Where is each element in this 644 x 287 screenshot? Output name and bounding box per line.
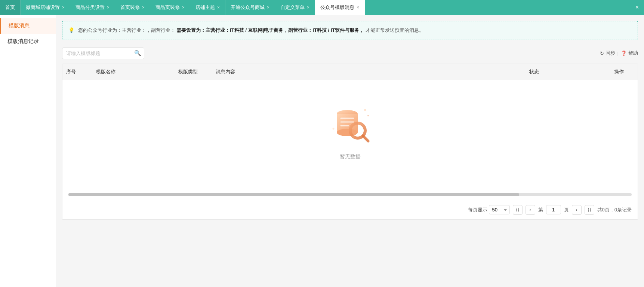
empty-state: 暂无数据 bbox=[62, 80, 638, 190]
sync-icon: ↻ bbox=[600, 51, 604, 56]
notice-highlight: 需要设置为：主营行业：IT科技 / 互联网|电子商务，副营行业：IT科技 / I… bbox=[176, 27, 364, 33]
sidebar: 模版消息 模版消息记录 bbox=[0, 15, 56, 287]
tab-shop-theme-label: 店铺主题 bbox=[195, 4, 215, 11]
svg-point-9 bbox=[367, 115, 369, 116]
empty-state-text: 暂无数据 bbox=[340, 153, 361, 160]
search-input[interactable] bbox=[62, 48, 144, 59]
tab-product-decor-label: 商品页装修 bbox=[155, 4, 180, 11]
help-icon: ❓ bbox=[621, 51, 627, 56]
tab-bar: 首页 微商城店铺设置 × 商品分类设置 × 首页装修 × 商品页装修 × 店铺主… bbox=[0, 0, 644, 15]
th-status: 状态 bbox=[526, 64, 600, 80]
tab-open-wechat-shop-close[interactable]: × bbox=[267, 5, 269, 10]
tab-homepage-decor-label: 首页装修 bbox=[120, 4, 140, 11]
sidebar-item-template-message-log-label: 模版消息记录 bbox=[7, 38, 39, 44]
main-content: 💡 您的公众号行业为：主营行业：，副营行业： 需要设置为：主营行业：IT科技 /… bbox=[56, 15, 644, 287]
th-content: 消息内容 bbox=[212, 64, 526, 80]
tab-shop-settings[interactable]: 微商城店铺设置 × bbox=[21, 0, 70, 15]
per-page-wrap: 每页显示 50 10 20 100 bbox=[468, 205, 510, 214]
tab-shop-settings-close[interactable]: × bbox=[62, 5, 65, 10]
tab-shop-theme[interactable]: 店铺主题 × bbox=[190, 0, 225, 15]
page-prev-button[interactable]: ‹ bbox=[526, 205, 535, 215]
tab-category-settings-close[interactable]: × bbox=[107, 5, 110, 10]
tab-category-settings[interactable]: 商品分类设置 × bbox=[70, 0, 115, 15]
sync-button[interactable]: ↻ 同步 bbox=[600, 50, 615, 57]
notice-suffix: 才能正常发送预置的消息。 bbox=[366, 27, 424, 33]
layout: 模版消息 模版消息记录 💡 您的公众号行业为：主营行业：，副营行业： 需要设置为… bbox=[0, 15, 644, 287]
table-container: 序号 模版名称 模版类型 消息内容 状态 操作 bbox=[62, 64, 638, 220]
page-total-info: 共0页，0条记录 bbox=[597, 207, 632, 213]
search-bar: 🔍 ↻ 同步 | ❓ 帮助 bbox=[62, 48, 638, 59]
notice-box: 💡 您的公众号行业为：主营行业：，副营行业： 需要设置为：主营行业：IT科技 /… bbox=[62, 21, 638, 40]
horizontal-scrollbar[interactable] bbox=[62, 193, 638, 201]
svg-point-2 bbox=[337, 129, 358, 136]
page-suffix: 页 bbox=[564, 207, 569, 213]
tab-homepage-decor[interactable]: 首页装修 × bbox=[115, 0, 150, 15]
page-first-button[interactable]: ⟨⟨ bbox=[513, 205, 523, 215]
svg-line-7 bbox=[363, 136, 368, 141]
page-last-button[interactable]: ⟩⟩ bbox=[585, 205, 594, 215]
tab-home[interactable]: 首页 bbox=[0, 0, 21, 15]
page-prefix: 第 bbox=[538, 207, 543, 213]
page-number-input[interactable] bbox=[546, 205, 561, 214]
tab-homepage-decor-close[interactable]: × bbox=[142, 5, 145, 10]
tab-shop-settings-label: 微商城店铺设置 bbox=[26, 4, 60, 11]
pagination: 每页显示 50 10 20 100 ⟨⟨ ‹ 第 页 › ⟩⟩ 共0页，0条记录 bbox=[62, 201, 638, 219]
sidebar-item-template-message[interactable]: 模版消息 bbox=[0, 18, 56, 34]
notice-prefix: 您的公众号行业为：主营行业：，副营行业： bbox=[78, 27, 175, 33]
svg-point-10 bbox=[332, 128, 334, 129]
th-action: 操作 bbox=[600, 64, 638, 80]
per-page-select[interactable]: 50 10 20 100 bbox=[489, 205, 510, 214]
tab-open-wechat-shop[interactable]: 开通公众号商城 × bbox=[225, 0, 275, 15]
tab-open-wechat-shop-label: 开通公众号商城 bbox=[231, 4, 265, 11]
tab-custom-menu[interactable]: 自定义菜单 × bbox=[275, 0, 315, 15]
sidebar-item-template-message-log[interactable]: 模版消息记录 bbox=[0, 34, 56, 49]
sync-label: 同步 bbox=[606, 50, 615, 57]
toolbar-divider: | bbox=[617, 51, 619, 56]
tab-product-decor-close[interactable]: × bbox=[182, 5, 185, 10]
search-icon[interactable]: 🔍 bbox=[134, 50, 141, 57]
table-header: 序号 模版名称 模版类型 消息内容 状态 操作 bbox=[62, 64, 638, 80]
help-button[interactable]: ❓ 帮助 bbox=[621, 50, 638, 57]
sidebar-item-template-message-label: 模版消息 bbox=[9, 22, 30, 28]
tab-product-decor[interactable]: 商品页装修 × bbox=[150, 0, 190, 15]
tab-custom-menu-close[interactable]: × bbox=[307, 5, 309, 10]
tab-template-message-close[interactable]: × bbox=[357, 5, 359, 10]
help-label: 帮助 bbox=[628, 50, 638, 57]
tab-home-label: 首页 bbox=[5, 4, 15, 11]
th-type: 模版类型 bbox=[175, 64, 212, 80]
per-page-label: 每页显示 bbox=[468, 207, 487, 213]
th-name: 模版名称 bbox=[92, 64, 175, 80]
page-next-button[interactable]: › bbox=[572, 205, 582, 215]
notice-icon: 💡 bbox=[68, 27, 74, 33]
tab-template-message[interactable]: 公众号模版消息 × bbox=[315, 0, 365, 15]
tab-category-settings-label: 商品分类设置 bbox=[76, 4, 105, 11]
tab-bar-close-all[interactable]: × bbox=[630, 0, 644, 15]
th-seq: 序号 bbox=[62, 64, 92, 80]
tab-shop-theme-close[interactable]: × bbox=[217, 5, 220, 10]
toolbar-right: ↻ 同步 | ❓ 帮助 bbox=[600, 50, 638, 57]
empty-state-icon bbox=[328, 103, 373, 147]
tab-custom-menu-label: 自定义菜单 bbox=[280, 4, 305, 11]
tab-template-message-label: 公众号模版消息 bbox=[320, 4, 354, 11]
search-input-wrap: 🔍 bbox=[62, 48, 144, 59]
svg-point-8 bbox=[364, 109, 366, 111]
